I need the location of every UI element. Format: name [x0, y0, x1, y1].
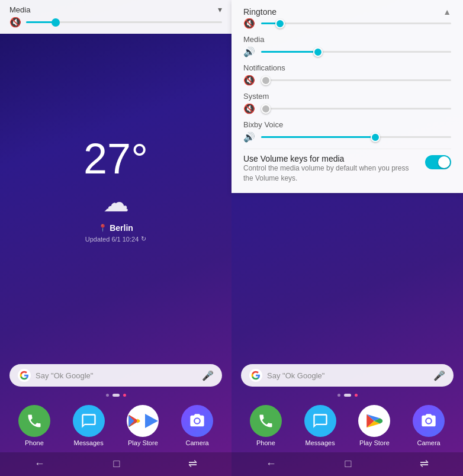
ringtone-slider[interactable]: 🔇	[243, 18, 451, 29]
right-panel: Ringtone ▲ 🔇 Media 🔊 Notifications 🔇	[232, 0, 463, 476]
ringtone-track[interactable]	[261, 22, 451, 24]
app-messages-left[interactable]: Messages	[73, 405, 105, 446]
search-placeholder-right: Say "Ok Google"	[267, 371, 429, 380]
dot-right-1	[337, 394, 340, 397]
app-messages-right[interactable]: Messages	[304, 405, 336, 446]
phone-icon-right	[250, 405, 282, 437]
dot-location	[123, 394, 126, 397]
vp-system-vol-icon: 🔇	[243, 103, 255, 114]
home-button-left[interactable]: □	[114, 458, 120, 470]
mic-icon-right[interactable]: 🎤	[433, 370, 445, 381]
city-name: Berlin	[110, 223, 133, 233]
messages-label-left: Messages	[74, 439, 104, 446]
back-button-left[interactable]: ←	[34, 458, 45, 470]
vp-media-label: Media	[243, 35, 451, 44]
dots-row-right	[232, 394, 463, 397]
back-button-right[interactable]: ←	[266, 458, 276, 470]
temperature-display: 27°	[83, 137, 148, 180]
playstore-label-left: Play Store	[128, 439, 158, 446]
nav-bar-left: ← □ ⇌	[0, 452, 232, 476]
messages-label-right: Messages	[306, 439, 335, 446]
volume-panel: Ringtone ▲ 🔇 Media 🔊 Notifications 🔇	[232, 0, 463, 193]
playstore-icon-left	[127, 405, 159, 437]
app-camera-right[interactable]: Camera	[413, 405, 445, 446]
search-placeholder-left: Say "Ok Google"	[36, 371, 197, 380]
app-playstore-right[interactable]: Play Store	[358, 405, 390, 446]
vp-notifications-track[interactable]	[261, 79, 451, 81]
chevron-up-icon[interactable]: ▲	[443, 7, 451, 17]
ringtone-vol-icon: 🔇	[243, 18, 255, 29]
camera-icon-left	[181, 405, 213, 437]
vp-system-label: System	[243, 92, 451, 101]
use-vol-title: Use Volume keys for media	[243, 154, 419, 163]
vp-bixby-label: Bixby Voice	[243, 120, 451, 129]
mic-icon-left[interactable]: 🎤	[202, 370, 214, 381]
google-logo-left	[18, 369, 31, 382]
dot-right-loc	[355, 394, 358, 397]
dot-right-active	[344, 394, 351, 397]
messages-icon-right	[304, 405, 336, 437]
app-icons-row-left: Phone Messages	[0, 401, 232, 452]
use-volume-keys-row: Use Volume keys for media Control the me…	[243, 154, 451, 184]
weather-section: 27° ☁ 📍 Berlin Updated 6/1 10:24 ↻	[0, 34, 232, 364]
vp-notifications-vol-icon: 🔇	[243, 75, 255, 86]
google-logo-right	[249, 369, 262, 382]
camera-icon-right	[413, 405, 445, 437]
use-vol-toggle[interactable]	[425, 155, 451, 169]
media-bar-left: Media ▾ 🔇	[0, 0, 232, 34]
use-vol-desc: Control the media volume by default when…	[243, 163, 419, 184]
vp-notifications-label: Notifications	[243, 63, 451, 72]
vp-system-slider[interactable]: 🔇	[243, 103, 451, 114]
pin-icon: 📍	[98, 224, 107, 232]
playstore-label-right: Play Store	[359, 439, 390, 446]
app-phone-left[interactable]: Phone	[18, 405, 50, 446]
updated-text: Updated 6/1 10:24 ↻	[85, 235, 147, 243]
media-slider-left[interactable]: 🔇	[9, 17, 222, 28]
ringtone-row: Ringtone ▲	[243, 7, 451, 17]
vp-bixby-slider[interactable]: 🔊	[243, 131, 451, 143]
vp-media-track[interactable]	[261, 51, 451, 53]
nav-bar-right: ← □ ⇌	[232, 452, 463, 476]
google-search-bar-right[interactable]: Say "Ok Google" 🎤	[241, 364, 454, 387]
dots-row-left	[0, 394, 232, 397]
messages-icon-left	[73, 405, 105, 437]
app-playstore-left[interactable]: Play Store	[127, 405, 159, 446]
vp-media-slider[interactable]: 🔊	[243, 46, 451, 57]
toggle-knob	[438, 156, 450, 168]
camera-label-right: Camera	[417, 439, 441, 446]
recents-button-left[interactable]: ⇌	[188, 457, 197, 470]
phone-label-left: Phone	[25, 439, 44, 446]
left-panel: Media ▾ 🔇 27° ☁ 📍 Berlin Updated 6/1 10:…	[0, 0, 232, 476]
home-button-right[interactable]: □	[345, 458, 352, 470]
vp-bixby-vol-icon: 🔊	[243, 131, 255, 143]
vp-bixby-track[interactable]	[261, 136, 451, 138]
vp-system-track[interactable]	[261, 108, 451, 110]
dot-active	[112, 394, 120, 397]
cloud-icon: ☁	[103, 187, 129, 217]
chevron-down-icon-left[interactable]: ▾	[218, 5, 222, 14]
vp-divider	[243, 149, 451, 149]
phone-label-right: Phone	[256, 439, 275, 446]
recents-button-right[interactable]: ⇌	[420, 457, 429, 470]
ringtone-label: Ringtone	[243, 7, 276, 17]
app-icons-row-right: Phone Messages	[232, 401, 463, 452]
vp-media-vol-icon: 🔊	[243, 46, 255, 57]
playstore-icon-right	[358, 405, 390, 437]
vol-mute-icon-left: 🔇	[9, 17, 21, 28]
app-phone-right[interactable]: Phone	[250, 405, 282, 446]
vp-notifications-slider[interactable]: 🔇	[243, 75, 451, 86]
app-camera-left[interactable]: Camera	[181, 405, 213, 446]
phone-icon-left	[18, 405, 50, 437]
google-search-bar-left[interactable]: Say "Ok Google" 🎤	[9, 364, 222, 387]
camera-label-left: Camera	[186, 439, 209, 446]
media-label-left: Media	[9, 5, 30, 14]
slider-track-left[interactable]	[26, 21, 222, 23]
dot-left	[106, 394, 109, 397]
